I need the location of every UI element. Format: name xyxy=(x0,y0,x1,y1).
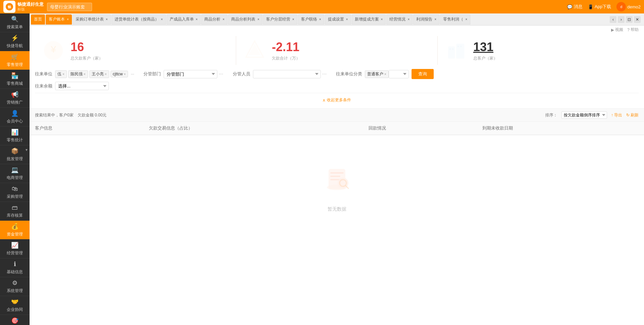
user-menu[interactable]: d demo2 xyxy=(616,2,641,11)
top-bar: 畅 畅捷通好生意 标版 母婴行业演示账套 💬 消息 📱 App下载 d xyxy=(0,0,644,13)
tab-customer-book-close[interactable]: × xyxy=(67,17,69,21)
filter-tag-unit-3-close[interactable]: × xyxy=(105,72,107,76)
tab-goods-analysis[interactable]: 商品分析 × xyxy=(201,14,227,25)
filter-tag-unit-2-close[interactable]: × xyxy=(84,72,86,76)
tab-new-promo[interactable]: 新增提成方案 × xyxy=(352,14,386,25)
video-btn[interactable]: ▶ 视频 xyxy=(611,27,623,33)
sidebar-item-guide[interactable]: 🎯 新手引导 xyxy=(0,315,30,325)
sidebar-item-operations[interactable]: 📈 经营管理 xyxy=(0,240,30,258)
sidebar-item-ecommerce[interactable]: 💻 电商管理 xyxy=(0,164,30,183)
stat-label-overdue-customers: 总欠款客户（家） xyxy=(71,56,103,61)
tab-promo-settings-label: 提成设置 xyxy=(328,16,344,22)
collapse-label: 收起更多条件 xyxy=(327,97,351,103)
empty-icon xyxy=(320,162,354,202)
filter-unit-class-select[interactable] xyxy=(389,70,409,78)
tab-production-in-close[interactable]: × xyxy=(196,17,198,21)
tab-customer-tier[interactable]: 客户分层经营 × xyxy=(263,14,297,25)
message-btn[interactable]: 💬 消息 xyxy=(567,4,583,10)
tab-profit-report[interactable]: 利润报告 × xyxy=(413,14,439,25)
sidebar-item-inventory[interactable]: 🗃 库存核算 xyxy=(0,202,30,221)
tab-customer-book[interactable]: 客户账本 × xyxy=(46,14,72,25)
sidebar-item-marketing[interactable]: 📢 营销推广 xyxy=(0,89,30,108)
logo-icon: 畅 xyxy=(3,1,15,13)
filter-tag-unit-1-close[interactable]: × xyxy=(62,72,65,76)
sidebar-item-finance[interactable]: 💰 资金管理 xyxy=(0,221,30,240)
filter-person-input[interactable] xyxy=(253,70,321,78)
logo-subtitle: 标版 xyxy=(17,7,44,12)
purchase-icon: 🛍 xyxy=(12,185,18,192)
filter-more-btn[interactable]: ··· xyxy=(129,71,135,77)
tab-retail-profit-close[interactable]: × xyxy=(465,17,467,21)
sidebar-item-retail-mall[interactable]: 🏪 零售商城 xyxy=(0,70,30,89)
tab-incoming-stats[interactable]: 进货单统计表（按商品） × xyxy=(112,14,166,25)
filter-dept-dots[interactable]: ··· xyxy=(217,71,224,77)
sidebar-item-search-menu[interactable]: 🔍 搜索菜单 xyxy=(0,13,30,32)
sort-select[interactable]: 按欠款金额倒序排序 xyxy=(561,111,607,119)
tab-customer-contact-close[interactable]: × xyxy=(319,17,321,21)
tab-goods-analysis-list-close[interactable]: × xyxy=(257,17,259,21)
stat-icon-overdue: ¥ xyxy=(42,39,65,62)
filter-area: 往来单位 伍 × 陈民强 × 王小亮 xyxy=(30,65,644,109)
sidebar-item-basic[interactable]: ℹ 基础信息 xyxy=(0,258,30,277)
stats-row: ¥ 16 总欠款客户（家） xyxy=(30,33,644,65)
tab-home[interactable]: 首页 xyxy=(31,14,45,25)
help-btn[interactable]: ? 帮助 xyxy=(627,27,639,33)
sidebar-item-quick-nav[interactable]: ⚡ 快捷导航 xyxy=(0,32,30,51)
filter-tag-class-1-close[interactable]: × xyxy=(384,72,386,76)
tab-home-label: 首页 xyxy=(34,16,42,22)
app-download-btn[interactable]: 📱 App下载 xyxy=(588,4,611,10)
svg-rect-8 xyxy=(449,48,451,50)
export-btn[interactable]: ↑ 导出 xyxy=(611,112,622,118)
sidebar-label-marketing: 营销推广 xyxy=(7,100,23,105)
tab-retail-profit[interactable]: 零售利润（ × xyxy=(440,14,470,25)
col-customer-info: 客户信息 xyxy=(30,122,143,135)
sidebar-item-wholesale[interactable]: 📦 批发管理 ▼ xyxy=(0,145,30,164)
sidebar-item-member[interactable]: 👤 会员中心 xyxy=(0,108,30,127)
tab-promo-settings-close[interactable]: × xyxy=(346,17,348,21)
tab-biz-situation[interactable]: 经营情况 × xyxy=(386,14,413,25)
tab-profit-report-close[interactable]: × xyxy=(434,17,436,21)
message-icon: 💬 xyxy=(567,4,572,9)
sidebar-item-purchase[interactable]: 🛍 采购管理 xyxy=(0,183,30,202)
tab-purchase-order[interactable]: 采购订单统计表 × xyxy=(73,14,111,25)
collapse-icon: ∧ xyxy=(323,98,326,103)
refresh-btn[interactable]: ↻ 刷新 xyxy=(626,112,639,118)
sidebar-item-system[interactable]: ⚙ 系统管理 xyxy=(0,277,30,296)
tab-maximize[interactable]: ⊡ xyxy=(626,16,633,23)
tab-new-promo-close[interactable]: × xyxy=(381,17,383,21)
tab-close-all[interactable]: ✕ xyxy=(634,16,641,23)
filter-balance-select[interactable]: 选择... xyxy=(55,82,109,90)
collapse-btn[interactable]: ∧ 收起更多条件 xyxy=(35,96,639,104)
filter-label-balance: 往来余额 xyxy=(35,83,52,89)
tab-scroll-right[interactable]: › xyxy=(618,16,625,23)
tab-customer-tier-close[interactable]: × xyxy=(292,17,294,21)
logo-title: 畅捷通好生意 xyxy=(17,2,44,7)
tab-promo-settings[interactable]: 提成设置 × xyxy=(325,14,351,25)
user-name: demo2 xyxy=(627,4,641,9)
filter-tag-unit-4-close[interactable]: × xyxy=(124,72,126,76)
tab-goods-analysis-close[interactable]: × xyxy=(222,17,224,21)
filter-tag-unit-1: 伍 × xyxy=(55,70,67,78)
company-selector[interactable]: 母婴行业演示账套 xyxy=(47,3,92,11)
tab-goods-analysis-list[interactable]: 商品分析列表 × xyxy=(228,14,262,25)
svg-rect-15 xyxy=(330,176,340,177)
help-icon: ? xyxy=(627,28,630,32)
data-table: 客户信息 欠款交易信息（占比） 回款情况 到期未收款日期 xyxy=(30,122,644,135)
nav-dropdown-wrap[interactable]: 母婴行业演示账套 xyxy=(47,3,92,11)
tab-production-in[interactable]: 产成品入库单 × xyxy=(167,14,201,25)
query-button[interactable]: 查询 xyxy=(412,69,434,79)
sidebar-item-enterprise[interactable]: 🤝 企业协同 xyxy=(0,296,30,315)
tab-scroll-left[interactable]: ‹ xyxy=(610,16,616,23)
filter-dept-select[interactable]: 分管部门 xyxy=(164,70,217,78)
tab-incoming-stats-close[interactable]: × xyxy=(161,17,163,21)
svg-rect-14 xyxy=(330,172,344,174)
tab-biz-situation-close[interactable]: × xyxy=(407,17,410,21)
member-icon: 👤 xyxy=(11,110,18,117)
tab-purchase-order-close[interactable]: × xyxy=(106,17,108,21)
results-amount: 欠款金额 0.00元 xyxy=(78,112,107,118)
filter-person-dots[interactable]: ··· xyxy=(321,71,328,77)
sidebar-item-retail-stats[interactable]: 📊 零售统计 xyxy=(0,127,30,145)
tab-customer-contact[interactable]: 客户联络 × xyxy=(298,14,324,25)
sidebar-label-quick: 快捷导航 xyxy=(7,43,23,49)
sidebar-item-retail[interactable]: 🛒 零售管理 xyxy=(0,51,30,70)
